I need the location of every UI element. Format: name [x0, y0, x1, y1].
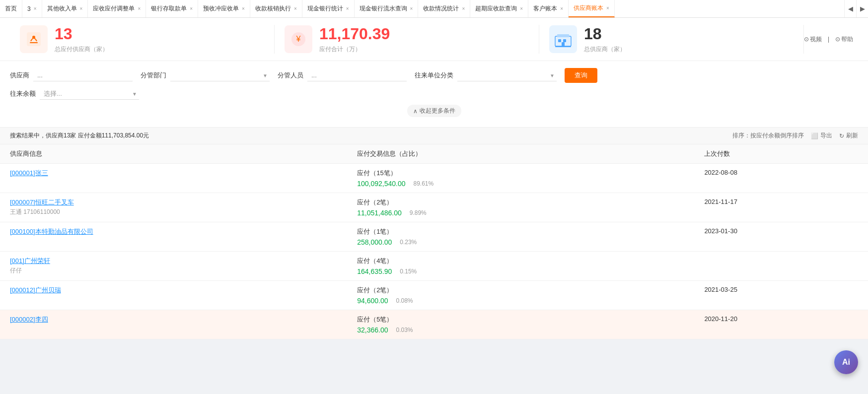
cell-lastpay-2: 2023-01-30: [694, 222, 868, 252]
stat-number-payable-amount: 11,170.39: [319, 25, 390, 43]
payable-count-2: 应付（1笔）: [357, 227, 684, 236]
svg-rect-9: [562, 42, 565, 46]
video-icon: ⊙: [804, 36, 809, 43]
stat-icon-payable-amount: ¥: [285, 25, 312, 53]
filter-row-1: 供应商 分管部门 ▼ 分管人员 往来单位分类 ▼ 查询: [10, 68, 858, 83]
nav-ar-ap-adjust[interactable]: 应收应付调整单 ×: [88, 0, 146, 17]
close-cash-bank-query[interactable]: ×: [410, 6, 413, 11]
payable-amount-2[interactable]: 258,000.00: [357, 238, 392, 246]
supplier-link-4[interactable]: [000012]广州贝瑞: [10, 286, 337, 295]
nav-cash-bank-stat[interactable]: 现金银行统计 ×: [302, 0, 355, 17]
cell-lastpay-3: [694, 252, 868, 281]
close-customer-book[interactable]: ×: [560, 6, 563, 11]
nav-home[interactable]: 首页: [0, 0, 22, 17]
close-other-income[interactable]: ×: [80, 6, 83, 11]
close-tab3[interactable]: ×: [34, 6, 37, 11]
stat-icon-payable-suppliers: [20, 25, 48, 53]
search-button[interactable]: 查询: [565, 68, 597, 83]
cell-lastpay-4: 2021-03-25: [694, 281, 868, 310]
balance-select[interactable]: 选择...: [40, 88, 139, 100]
nav-overdue-ar[interactable]: 超期应收款查询 ×: [470, 0, 528, 17]
nav-other-income[interactable]: 其他收入单 ×: [42, 0, 88, 17]
filter-balance: 往来余额 选择... ▼: [10, 88, 139, 100]
svg-rect-0: [27, 32, 41, 46]
svg-rect-2: [30, 42, 38, 43]
person-filter-label: 分管人员: [278, 71, 303, 80]
supplier-filter-label: 供应商: [10, 71, 29, 80]
payable-count-0: 应付（15笔）: [357, 169, 684, 178]
nav-receipt-verify[interactable]: 收款核销执行 ×: [250, 0, 302, 17]
svg-rect-7: [558, 39, 561, 42]
close-bank-deposit[interactable]: ×: [190, 6, 193, 11]
nav-tab3[interactable]: 3 ×: [22, 0, 42, 17]
payable-amount-4[interactable]: 94,600.00: [357, 297, 388, 305]
supplier-link-3[interactable]: [001]广州荣轩: [10, 257, 337, 265]
close-supplier-book[interactable]: ×: [606, 5, 609, 11]
supplier-link-2[interactable]: [000100]本特勤油品有限公司: [10, 227, 337, 236]
col-header-payable: 应付交易信息（占比）: [347, 144, 694, 164]
nav-prepay-ar[interactable]: 预收冲应收单 ×: [198, 0, 250, 17]
cell-payable-5: 应付（5笔） 32,366.00 0.03%: [347, 310, 694, 339]
cell-lastpay-5: 2020-11-20: [694, 310, 868, 339]
close-receipt-verify[interactable]: ×: [294, 6, 297, 11]
results-actions: 排序：按应付余额倒序排序 ⬜ 导出 ↻ 刷新: [732, 131, 858, 140]
cell-supplier-4: [000012]广州贝瑞: [0, 281, 347, 310]
nav-arrow-left[interactable]: ◀: [844, 0, 856, 18]
close-receipt-stat[interactable]: ×: [462, 6, 465, 11]
payable-amount-3[interactable]: 164,635.90: [357, 267, 392, 275]
help-icon: ⊙: [835, 36, 840, 43]
stat-info-payable-amount: 11,170.39 应付合计（万）: [319, 25, 390, 54]
stat-label-total-suppliers: 总供应商（家）: [584, 45, 626, 54]
cell-supplier-1: [000007]恒旺二手叉车 王通 17106110000: [0, 193, 347, 222]
supplier-link-0[interactable]: [000001]张三: [10, 169, 337, 178]
close-prepay-ar[interactable]: ×: [242, 6, 245, 11]
dept-select[interactable]: [170, 69, 270, 81]
supplier-link-1[interactable]: [000007]恒旺二手叉车: [10, 198, 337, 207]
filter-row-2: 往来余额 选择... ▼: [10, 88, 858, 100]
dept-filter-label: 分管部门: [141, 71, 166, 80]
supplier-sub-1: 王通 17106110000: [10, 208, 337, 216]
payable-pct-1: 9.89%: [410, 209, 427, 216]
filter-dept: 分管部门 ▼: [141, 69, 270, 81]
close-cash-bank-stat[interactable]: ×: [346, 6, 349, 11]
supplier-link-5[interactable]: [000002]李四: [10, 315, 337, 324]
video-help-btn[interactable]: ⊙ 视频: [804, 35, 822, 44]
collapse-filter-button[interactable]: ∧ 收起更多条件: [407, 105, 461, 117]
col-header-supplier: 供应商信息: [0, 144, 347, 164]
nav-bank-deposit[interactable]: 银行存取款单 ×: [146, 0, 198, 17]
cell-supplier-2: [000100]本特勤油品有限公司: [0, 222, 347, 252]
cell-supplier-5: [000002]李四: [0, 310, 347, 339]
payable-amount-0[interactable]: 100,092,540.00: [357, 180, 405, 188]
stats-bar: 13 总应付供应商（家） ¥ 11,170.39 应付合计（万）: [0, 18, 868, 61]
payable-amount-1[interactable]: 11,051,486.00: [357, 209, 402, 217]
payable-pct-3: 0.15%: [400, 268, 417, 275]
nav-supplier-book[interactable]: 供应商账本 ×: [569, 0, 615, 17]
nav-customer-book[interactable]: 客户账本 ×: [528, 0, 569, 17]
nav-cash-bank-query[interactable]: 现金银行流水查询 ×: [355, 0, 419, 17]
table-body: [000001]张三 应付（15笔） 100,092,540.00 89.61%…: [0, 164, 868, 339]
help-area: ⊙ 视频 | ⊙ 帮助: [804, 35, 858, 44]
refresh-button[interactable]: ↻ 刷新: [839, 131, 858, 140]
filter-supplier: 供应商: [10, 69, 133, 81]
stat-label-payable-amount: 应付合计（万）: [319, 45, 390, 54]
supplier-table: 供应商信息 应付交易信息（占比） 上次付数 [000001]张三 应付（15笔）…: [0, 144, 868, 339]
payable-amount-5[interactable]: 32,366.00: [357, 326, 388, 334]
close-ar-ap-adjust[interactable]: ×: [138, 6, 141, 11]
table-row: [000012]广州贝瑞 应付（2笔） 94,600.00 0.08% 2021…: [0, 281, 868, 310]
export-icon: ⬜: [811, 132, 818, 139]
help-btn[interactable]: ⊙ 帮助: [835, 35, 853, 44]
nav-arrow-right[interactable]: ▶: [856, 0, 868, 18]
export-button[interactable]: ⬜ 导出: [811, 131, 832, 140]
svg-text:¥: ¥: [296, 35, 301, 43]
close-overdue-ar[interactable]: ×: [520, 6, 523, 11]
cell-lastpay-1: 2021-11-17: [694, 193, 868, 222]
person-filter-input[interactable]: [307, 69, 407, 81]
nav-receipt-stat[interactable]: 收款情况统计 ×: [418, 0, 470, 17]
supplier-filter-input[interactable]: [33, 69, 133, 81]
payable-count-4: 应付（2笔）: [357, 286, 684, 295]
filter-person: 分管人员: [278, 69, 407, 81]
sort-select[interactable]: 排序：按应付余额倒序排序: [732, 131, 804, 140]
table-row: [001]广州荣轩 仔仔 应付（4笔） 164,635.90 0.15%: [0, 252, 868, 281]
lastpay-date-0: 2022-08-08: [704, 169, 737, 176]
category-select[interactable]: [457, 69, 557, 81]
